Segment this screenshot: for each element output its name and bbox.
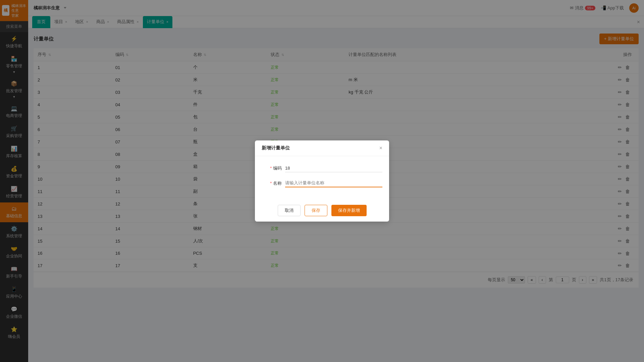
modal-close-button[interactable]: × (379, 145, 382, 151)
modal-footer: 取消 保存 保存并新增 (255, 201, 389, 222)
name-form-item: 名称 (262, 179, 382, 187)
code-input[interactable] (285, 164, 382, 172)
name-input[interactable] (285, 179, 382, 187)
add-unit-modal: 新增计量单位 × 编码 名称 取消 保存 保存并新增 (255, 140, 389, 222)
cancel-button[interactable]: 取消 (278, 205, 301, 216)
modal-overlay: 新增计量单位 × 编码 名称 取消 保存 保存并新增 (0, 0, 644, 362)
modal-title: 新增计量单位 (262, 145, 290, 151)
save-button[interactable]: 保存 (305, 205, 327, 216)
code-form-item: 编码 (262, 164, 382, 172)
modal-body: 编码 名称 (255, 156, 389, 201)
code-label: 编码 (262, 165, 282, 171)
modal-header: 新增计量单位 × (255, 140, 389, 156)
name-label: 名称 (262, 180, 282, 186)
save-and-new-button[interactable]: 保存并新增 (331, 205, 367, 216)
